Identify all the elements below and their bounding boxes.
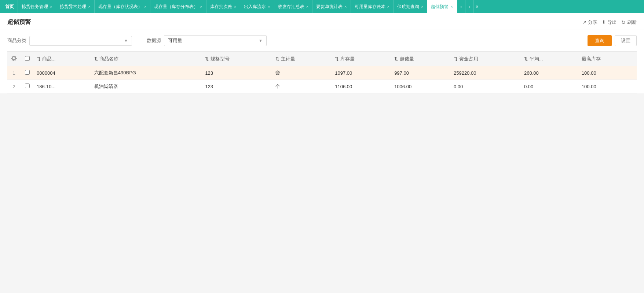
column-overstock-qty[interactable]: ⇅ 超储量 bbox=[391, 52, 451, 66]
export-button[interactable]: ⬇ 导出 bbox=[602, 19, 617, 26]
row-checkbox[interactable] bbox=[25, 84, 30, 88]
row-number: 1 bbox=[7, 66, 21, 80]
nav-tab-stock-dist[interactable]: 现存量（库存分布表） × bbox=[150, 0, 206, 13]
category-dropdown-icon: ▼ bbox=[124, 38, 128, 43]
cell-goods-code: 186-10... bbox=[34, 80, 91, 93]
nav-tab-in-out-flow[interactable]: 出入库流水 × bbox=[240, 0, 274, 13]
cell-avg: 260.00 bbox=[521, 66, 579, 80]
nav-tab-req-stats[interactable]: 要货单统计表 × bbox=[312, 0, 351, 13]
header-actions: ↗ 分享 ⬇ 导出 ↻ 刷新 bbox=[582, 19, 637, 26]
cell-avg: 0.00 bbox=[521, 80, 579, 93]
cell-max-stock: 100.00 bbox=[579, 80, 637, 93]
category-select[interactable]: ▼ bbox=[29, 36, 132, 46]
cell-goods-name: 机油滤清器 bbox=[91, 80, 202, 93]
cell-unit: 个 bbox=[272, 80, 332, 93]
cell-spec: 123 bbox=[202, 80, 272, 93]
nav-arrow-left[interactable]: ‹ bbox=[457, 0, 465, 13]
cell-overstock-qty: 1006.00 bbox=[391, 80, 451, 93]
cell-goods-code: 0000004 bbox=[34, 66, 91, 80]
row-number: 2 bbox=[7, 80, 21, 93]
page-header: 超储预警 ↗ 分享 ⬇ 导出 ↻ 刷新 bbox=[0, 13, 644, 30]
cell-spec: 123 bbox=[202, 66, 272, 80]
close-tab-stock-dist[interactable]: × bbox=[200, 4, 202, 9]
cell-stock-qty: 1097.00 bbox=[332, 66, 391, 80]
close-tab-overstock-alert[interactable]: × bbox=[450, 4, 453, 9]
column-settings-gear[interactable] bbox=[7, 52, 21, 66]
nav-tab-stock-status[interactable]: 现存量（库存状况表） × bbox=[95, 0, 150, 13]
datasource-filter: 数据源 可用量 ▼ bbox=[147, 35, 267, 46]
nav-tab-quality-check[interactable]: 保质期查询 × bbox=[394, 0, 427, 13]
close-tab-batch-account[interactable]: × bbox=[234, 4, 236, 9]
nav-tab-abnormal[interactable]: 拣货异常处理 × bbox=[56, 0, 94, 13]
column-checkbox-header[interactable] bbox=[21, 52, 34, 66]
close-tab-in-out-flow[interactable]: × bbox=[268, 4, 270, 9]
row-checkbox-cell[interactable] bbox=[21, 66, 34, 80]
nav-tab-overstock-alert[interactable]: 超储预警 × bbox=[427, 0, 457, 13]
nav-tab-avail-account[interactable]: 可用量库存账本 × bbox=[351, 0, 394, 13]
filter-bar: 商品分类 ▼ 数据源 可用量 ▼ 查询 设置 bbox=[0, 30, 644, 51]
close-tab-avail-account[interactable]: × bbox=[387, 4, 389, 9]
nav-arrow-more[interactable]: × bbox=[473, 0, 481, 13]
top-navigation: 首页 拣货任务管理 × 拣货异常处理 × 现存量（库存状况表） × 现存量（库存… bbox=[0, 0, 644, 13]
datasource-select[interactable]: 可用量 ▼ bbox=[164, 35, 267, 46]
cell-unit: 套 bbox=[272, 66, 332, 80]
overstock-table: ⇅ 商品... ⇅ 商品名称 ⇅ 规格型号 ⇅ 主计量 ⇅ 库存量 bbox=[7, 51, 637, 93]
column-goods-name[interactable]: ⇅ 商品名称 bbox=[91, 52, 202, 66]
close-tab-abnormal[interactable]: × bbox=[88, 4, 90, 9]
nav-tab-recv-send[interactable]: 收发存汇总表 × bbox=[274, 0, 312, 13]
share-button[interactable]: ↗ 分享 bbox=[582, 19, 597, 26]
category-label: 商品分类 bbox=[7, 37, 26, 44]
table-row: 1 0000004 六配套新昌490BPG 123 套 1097.00 997.… bbox=[7, 66, 637, 80]
select-all-checkbox[interactable] bbox=[25, 56, 30, 61]
nav-tab-batch-account[interactable]: 库存批次账 × bbox=[206, 0, 240, 13]
category-filter: 商品分类 ▼ bbox=[7, 36, 132, 46]
row-checkbox[interactable] bbox=[25, 70, 30, 75]
close-tab-recv-send[interactable]: × bbox=[306, 4, 308, 9]
cell-capital-used: 0.00 bbox=[451, 80, 521, 93]
row-checkbox-cell[interactable] bbox=[21, 80, 34, 93]
refresh-icon: ↻ bbox=[621, 19, 626, 25]
refresh-button[interactable]: ↻ 刷新 bbox=[621, 19, 637, 26]
close-tab-quality-check[interactable]: × bbox=[421, 4, 423, 9]
close-tab-req-stats[interactable]: × bbox=[344, 4, 347, 9]
table-container: ⇅ 商品... ⇅ 商品名称 ⇅ 规格型号 ⇅ 主计量 ⇅ 库存量 bbox=[0, 51, 644, 93]
table-header-row: ⇅ 商品... ⇅ 商品名称 ⇅ 规格型号 ⇅ 主计量 ⇅ 库存量 bbox=[7, 52, 637, 66]
filter-actions: 查询 设置 bbox=[588, 35, 637, 46]
cell-goods-name: 六配套新昌490BPG bbox=[91, 66, 202, 80]
column-spec[interactable]: ⇅ 规格型号 bbox=[202, 52, 272, 66]
datasource-label: 数据源 bbox=[147, 37, 161, 44]
datasource-dropdown-icon: ▼ bbox=[259, 38, 263, 43]
share-icon: ↗ bbox=[582, 19, 586, 25]
cell-overstock-qty: 997.00 bbox=[391, 66, 451, 80]
nav-tab-task-mgmt[interactable]: 拣货任务管理 × bbox=[18, 0, 56, 13]
cell-stock-qty: 1106.00 bbox=[332, 80, 391, 93]
table-row: 2 186-10... 机油滤清器 123 个 1106.00 1006.00 … bbox=[7, 80, 637, 93]
column-stock-qty[interactable]: ⇅ 库存量 bbox=[332, 52, 391, 66]
nav-arrow-right[interactable]: › bbox=[465, 0, 473, 13]
cell-max-stock: 100.00 bbox=[579, 66, 637, 80]
column-max-stock[interactable]: 最高库存 bbox=[579, 52, 637, 66]
close-tab-stock-status[interactable]: × bbox=[144, 4, 146, 9]
column-capital-used[interactable]: ⇅ 资金占用 bbox=[451, 52, 521, 66]
settings-button[interactable]: 设置 bbox=[615, 35, 637, 46]
cell-capital-used: 259220.00 bbox=[451, 66, 521, 80]
close-tab-task-mgmt[interactable]: × bbox=[50, 4, 52, 9]
query-button[interactable]: 查询 bbox=[588, 35, 612, 46]
column-unit[interactable]: ⇅ 主计量 bbox=[272, 52, 332, 66]
export-icon: ⬇ bbox=[602, 19, 606, 25]
column-avg[interactable]: ⇅ 平均... bbox=[521, 52, 579, 66]
page-title: 超储预警 bbox=[7, 18, 31, 26]
page-content: 超储预警 ↗ 分享 ⬇ 导出 ↻ 刷新 商品分类 ▼ 数据源 bbox=[0, 13, 644, 93]
column-goods-code[interactable]: ⇅ 商品... bbox=[34, 52, 91, 66]
nav-tab-home[interactable]: 首页 bbox=[1, 0, 18, 13]
